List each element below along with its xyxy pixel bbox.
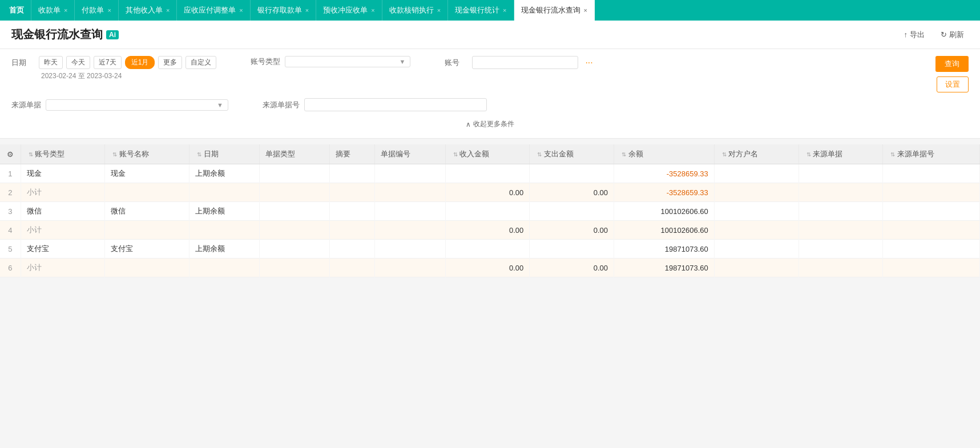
- header-expense[interactable]: ⇅ 支出金额: [530, 144, 614, 164]
- account-input[interactable]: [472, 56, 578, 69]
- cell-doc-type: [260, 164, 330, 183]
- cell-expense: 0.00: [530, 221, 614, 240]
- table-container: ⚙ ⇅ 账号类型 ⇅ 账号名称 ⇅ 日期 单据类型 摘要 单据编号 ⇅ 收入金额…: [0, 144, 980, 277]
- sort-icon-source-doc: ⇅: [806, 151, 811, 158]
- cell-income: 0.00: [445, 259, 530, 277]
- sort-icon-account-name: ⇅: [112, 151, 117, 158]
- cell-balance: 100102606.60: [614, 221, 715, 240]
- nav-tab-close-6[interactable]: ×: [437, 7, 441, 14]
- date-filter-row: 日期 昨天 今天 近7天 近1月 更多 自定义: [11, 56, 216, 69]
- cell-date: [189, 259, 260, 277]
- nav-tab-label-7: 现金银行统计: [455, 5, 499, 15]
- cell-source-doc-no: [883, 259, 980, 277]
- settings-button[interactable]: 设置: [937, 76, 969, 92]
- source-doc-select[interactable]: ▼: [46, 99, 228, 111]
- cell-account-name: 现金: [105, 164, 189, 183]
- gear-col-header[interactable]: ⚙: [0, 144, 21, 164]
- cell-account-type: 微信: [21, 202, 105, 221]
- refresh-label: 刷新: [949, 30, 964, 40]
- nav-tab-label-4: 银行存取款单: [257, 5, 302, 15]
- cell-row-num: 1: [0, 164, 21, 183]
- header-counterparty[interactable]: ⇅ 对方户名: [714, 144, 798, 164]
- nav-tab-label-6: 收款核销执行: [389, 5, 434, 15]
- table-row: 5 支付宝 支付宝 上期余额 19871073.60: [0, 240, 980, 259]
- nav-tab-close-2[interactable]: ×: [166, 7, 170, 14]
- cell-expense: 0.00: [530, 183, 614, 202]
- cell-source-doc: [798, 183, 883, 202]
- export-icon: ↑: [904, 30, 908, 39]
- header-source-doc-no[interactable]: ⇅ 来源单据号: [883, 144, 980, 164]
- nav-tab-close-5[interactable]: ×: [371, 7, 374, 14]
- date-1month[interactable]: 近1月: [125, 56, 155, 69]
- date-today[interactable]: 今天: [66, 56, 90, 69]
- cell-expense: [530, 164, 614, 183]
- date-options: 昨天 今天 近7天 近1月 更多 自定义: [39, 56, 216, 69]
- date-7days[interactable]: 近7天: [94, 56, 122, 69]
- cell-doc-no: [375, 259, 445, 277]
- nav-tab-close-8[interactable]: ×: [584, 7, 587, 14]
- nav-tab-close-1[interactable]: ×: [107, 7, 111, 14]
- table-row: 4 小计 0.00 0.00 100102606.60: [0, 221, 980, 240]
- cell-date: [189, 183, 260, 202]
- date-custom[interactable]: 自定义: [185, 56, 216, 69]
- refresh-button[interactable]: ↻ 刷新: [936, 27, 969, 42]
- cell-source-doc-no: [883, 240, 980, 259]
- nav-home[interactable]: 首页: [2, 0, 31, 21]
- cell-doc-no: [375, 240, 445, 259]
- top-nav: 首页 收款单×付款单×其他收入单×应收应付调整单×银行存取款单×预收冲应收单×收…: [0, 0, 980, 21]
- cell-account-type: 支付宝: [21, 240, 105, 259]
- cell-income: 0.00: [445, 221, 530, 240]
- query-button[interactable]: 查询: [935, 56, 969, 72]
- source-doc-num-input[interactable]: [304, 98, 487, 111]
- header-account-name[interactable]: ⇅ 账号名称: [105, 144, 189, 164]
- cell-summary: [330, 202, 375, 221]
- nav-tab-3[interactable]: 应收应付调整单×: [177, 0, 250, 21]
- cell-account-type: 现金: [21, 164, 105, 183]
- header-doc-type[interactable]: 单据类型: [260, 144, 330, 164]
- nav-tab-close-7[interactable]: ×: [503, 7, 506, 14]
- export-button[interactable]: ↑ 导出: [900, 27, 930, 42]
- sort-icon-expense: ⇅: [537, 151, 542, 158]
- date-yesterday[interactable]: 昨天: [39, 56, 63, 69]
- date-more[interactable]: 更多: [158, 56, 182, 69]
- account-dots-button[interactable]: ···: [583, 58, 595, 68]
- nav-tab-4[interactable]: 银行存取款单×: [251, 0, 316, 21]
- header-balance[interactable]: ⇅ 余额: [614, 144, 715, 164]
- nav-tab-1[interactable]: 付款单×: [75, 0, 118, 21]
- nav-tab-close-0[interactable]: ×: [64, 7, 67, 14]
- header-summary[interactable]: 摘要: [330, 144, 375, 164]
- cell-row-num: 5: [0, 240, 21, 259]
- source-doc-num-label: 来源单据号: [263, 100, 300, 110]
- header-income[interactable]: ⇅ 收入金额: [445, 144, 530, 164]
- nav-tab-0[interactable]: 收款单×: [31, 0, 75, 21]
- source-doc-arrow-icon: ▼: [217, 102, 223, 108]
- nav-tab-6[interactable]: 收款核销执行×: [382, 0, 448, 21]
- header-source-doc[interactable]: ⇅ 来源单据: [798, 144, 883, 164]
- cell-account-name: 支付宝: [105, 240, 189, 259]
- nav-tab-close-3[interactable]: ×: [239, 7, 243, 14]
- cell-date: 上期余额: [189, 164, 260, 183]
- source-doc-label: 来源单据: [11, 100, 41, 110]
- table-row: 1 现金 现金 上期余额 -3528659.33: [0, 164, 980, 183]
- header-account-type[interactable]: ⇅ 账号类型: [21, 144, 105, 164]
- cell-summary: [330, 221, 375, 240]
- nav-tab-close-4[interactable]: ×: [305, 7, 309, 14]
- header-date[interactable]: ⇅ 日期: [189, 144, 260, 164]
- cell-summary: [330, 240, 375, 259]
- cell-row-num: 3: [0, 202, 21, 221]
- cell-income: [445, 202, 530, 221]
- header-doc-no[interactable]: 单据编号: [375, 144, 445, 164]
- cell-balance: -3528659.33: [614, 183, 715, 202]
- cell-income: [445, 164, 530, 183]
- collapse-button[interactable]: ∧ 收起更多条件: [11, 117, 969, 131]
- account-type-select[interactable]: ▼: [285, 56, 410, 67]
- nav-tab-8[interactable]: 现金银行流水查询×: [514, 0, 595, 21]
- nav-tab-7[interactable]: 现金银行统计×: [448, 0, 514, 21]
- sort-icon-account-type: ⇅: [29, 151, 33, 158]
- table-row: 3 微信 微信 上期余额 100102606.60: [0, 202, 980, 221]
- cell-source-doc-no: [883, 202, 980, 221]
- nav-tab-5[interactable]: 预收冲应收单×: [316, 0, 382, 21]
- cell-balance: -3528659.33: [614, 164, 715, 183]
- nav-tab-2[interactable]: 其他收入单×: [119, 0, 177, 21]
- sort-icon-counterparty: ⇅: [722, 151, 727, 158]
